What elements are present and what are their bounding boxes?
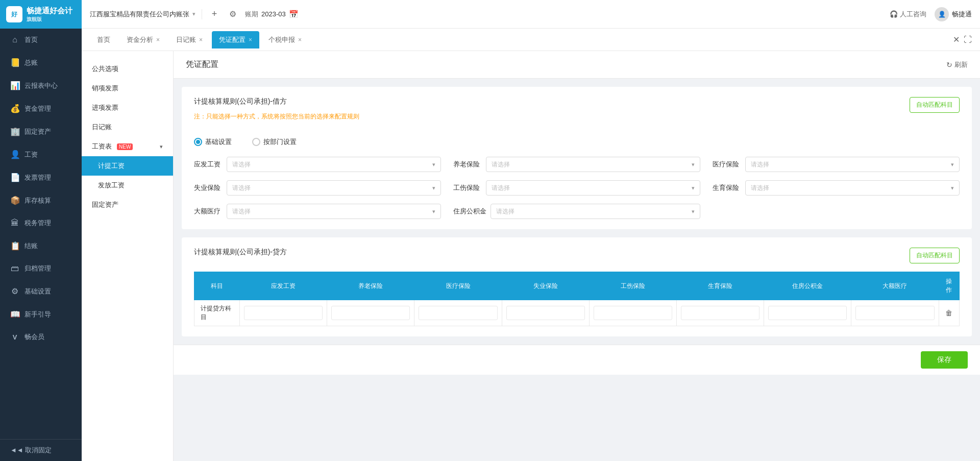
- headset-icon: 🎧: [890, 10, 898, 18]
- refresh-icon: ↻: [946, 61, 952, 69]
- sidebar-item-label: 税务管理: [24, 219, 51, 228]
- sidebar-item-finance[interactable]: 💰 资金管理: [0, 97, 82, 120]
- save-button[interactable]: 保存: [921, 351, 968, 369]
- row-label: 计提贷方科目: [194, 300, 240, 326]
- sidebar-item-inventory[interactable]: 📦 库存核算: [0, 189, 82, 212]
- add-button[interactable]: +: [208, 8, 220, 20]
- menu-fixed-assets[interactable]: 固定资产: [82, 195, 173, 214]
- sidebar-item-reports[interactable]: 📊 云报表中心: [0, 74, 82, 97]
- sidebar-item-label: 库存核算: [24, 196, 51, 205]
- work-injury-select[interactable]: 请选择 ▾: [486, 180, 700, 196]
- gross-salary-select[interactable]: 请选择 ▾: [227, 157, 441, 172]
- settings-button[interactable]: ⚙: [227, 8, 239, 20]
- input-housing[interactable]: [768, 306, 847, 320]
- menu-purchase-invoice[interactable]: 进项发票: [82, 98, 173, 117]
- sidebar-item-vip[interactable]: V 畅会员: [0, 326, 82, 348]
- delete-row-button[interactable]: 🗑: [945, 309, 952, 317]
- refresh-button[interactable]: ↻ 刷新: [946, 60, 968, 69]
- housing-fund-select[interactable]: 请选择 ▾: [491, 204, 700, 219]
- housing-fund-label: 住房公积金: [453, 207, 486, 216]
- tab-finance[interactable]: 资金分析 ×: [119, 31, 167, 48]
- gross-salary-label: 应发工资: [194, 160, 223, 169]
- tab-tax-close[interactable]: ×: [298, 36, 302, 43]
- user-menu[interactable]: 👤 畅捷通: [935, 7, 972, 21]
- medical-select[interactable]: 请选择 ▾: [745, 157, 960, 172]
- menu-payroll-accrual[interactable]: 计提工资: [82, 156, 173, 176]
- tab-voucher-label: 凭证配置: [219, 35, 246, 44]
- sidebar-item-invoice[interactable]: 📄 发票管理: [0, 166, 82, 189]
- maternity-placeholder: 请选择: [751, 184, 769, 192]
- sidebar-item-archive[interactable]: 🗃 归档管理: [0, 257, 82, 280]
- major-medical-placeholder: 请选择: [232, 207, 251, 216]
- sidebar-item-close[interactable]: 📋 结账: [0, 234, 82, 257]
- menu-purchase-invoice-label: 进项发票: [92, 103, 118, 112]
- tab-journal[interactable]: 日记账 ×: [169, 31, 210, 48]
- refresh-label: 刷新: [954, 60, 968, 69]
- pension-label: 养老保险: [453, 160, 482, 169]
- menu-sales-invoice[interactable]: 销项发票: [82, 79, 173, 98]
- radio-basic[interactable]: 基础设置: [194, 137, 232, 147]
- menu-journal-label: 日记账: [92, 123, 112, 132]
- tab-journal-close[interactable]: ×: [199, 36, 203, 43]
- tab-voucher-config[interactable]: 凭证配置 ×: [212, 31, 259, 48]
- menu-payroll-issue[interactable]: 发放工资: [82, 176, 173, 195]
- menu-payroll-table[interactable]: 工资表 NEW ▾: [82, 137, 173, 156]
- tab-home[interactable]: 首页: [90, 31, 117, 48]
- debit-form-grid: 应发工资 请选择 ▾ 养老保险 请选择 ▾ 医疗: [194, 157, 960, 219]
- sidebar-pin-toggle[interactable]: ◄◄ 取消固定: [0, 439, 82, 461]
- credit-auto-match-button[interactable]: 自动匹配科目: [910, 248, 960, 263]
- input-medical[interactable]: [419, 306, 497, 320]
- radio-dept[interactable]: 按部门设置: [252, 137, 297, 147]
- sidebar-item-assets[interactable]: 🏢 固定资产: [0, 120, 82, 143]
- input-maternity[interactable]: [681, 306, 760, 320]
- tab-finance-close[interactable]: ×: [156, 36, 160, 43]
- major-medical-select[interactable]: 请选择 ▾: [227, 204, 441, 219]
- sidebar-item-guide[interactable]: 📖 新手引导: [0, 303, 82, 326]
- cell-unemployment: [502, 300, 589, 326]
- debit-title-wrap: 计提核算规则(公司承担)-借方 注：只能选择一种方式，系统将按照您当前的选择来配…: [194, 97, 359, 129]
- sidebar-item-settings[interactable]: ⚙ 基础设置: [0, 280, 82, 303]
- cell-gross: [240, 300, 327, 326]
- input-unemployment[interactable]: [506, 306, 585, 320]
- maternity-select[interactable]: 请选择 ▾: [745, 180, 960, 196]
- debit-auto-match-button[interactable]: 自动匹配科目: [910, 97, 960, 113]
- sidebar-item-label: 总账: [24, 58, 38, 67]
- menu-journal[interactable]: 日记账: [82, 117, 173, 137]
- gross-salary-placeholder: 请选择: [232, 160, 251, 169]
- input-gross[interactable]: [244, 306, 323, 320]
- debit-section: 计提核算规则(公司承担)-借方 注：只能选择一种方式，系统将按照您当前的选择来配…: [182, 87, 972, 229]
- col-work-injury: 工伤保险: [589, 272, 676, 300]
- unemployment-select[interactable]: 请选择 ▾: [227, 180, 441, 196]
- col-medical: 医疗保险: [414, 272, 502, 300]
- pension-select[interactable]: 请选择 ▾: [486, 157, 700, 172]
- menu-public-options[interactable]: 公共选项: [82, 59, 173, 79]
- topbar-divider: [202, 9, 202, 19]
- input-major-medical[interactable]: [855, 306, 934, 320]
- sidebar-item-home[interactable]: ⌂ 首页: [0, 29, 82, 51]
- calendar-icon[interactable]: 📅: [289, 10, 299, 19]
- sidebar-item-tax[interactable]: 🏛 税务管理: [0, 212, 82, 234]
- table-row: 计提贷方科目 🗑: [194, 300, 960, 326]
- chevron-down-icon: ▾: [692, 161, 695, 168]
- tab-expand-icon[interactable]: ⛶: [964, 35, 972, 44]
- sidebar-item-payroll[interactable]: 👤 工资: [0, 143, 82, 166]
- input-work-injury[interactable]: [594, 306, 672, 320]
- help-button[interactable]: 🎧 人工咨询: [890, 10, 926, 19]
- field-pension: 养老保险 请选择 ▾: [453, 157, 700, 172]
- input-pension[interactable]: [331, 306, 410, 320]
- tab-tax[interactable]: 个税申报 ×: [261, 31, 309, 48]
- sidebar-item-ledger[interactable]: 📒 总账: [0, 51, 82, 74]
- debit-notice: 注：只能选择一种方式，系统将按照您当前的选择来配置规则: [194, 112, 359, 121]
- company-selector[interactable]: 江西服宝精品有限责任公司内账张 ▾: [90, 10, 195, 19]
- maternity-label: 生育保险: [713, 183, 741, 192]
- cell-action: 🗑: [939, 300, 959, 326]
- app-version: 旗舰版: [27, 16, 72, 23]
- close-period-icon: 📋: [10, 241, 19, 251]
- user-name: 畅捷通: [952, 10, 972, 19]
- cell-major-medical: [851, 300, 939, 326]
- radio-basic-label: 基础设置: [205, 137, 232, 147]
- tab-voucher-close[interactable]: ×: [249, 36, 252, 43]
- sidebar-item-label: 工资: [24, 150, 38, 159]
- tab-close-all-icon[interactable]: ✕: [953, 35, 960, 44]
- expand-icon: ▾: [160, 143, 163, 150]
